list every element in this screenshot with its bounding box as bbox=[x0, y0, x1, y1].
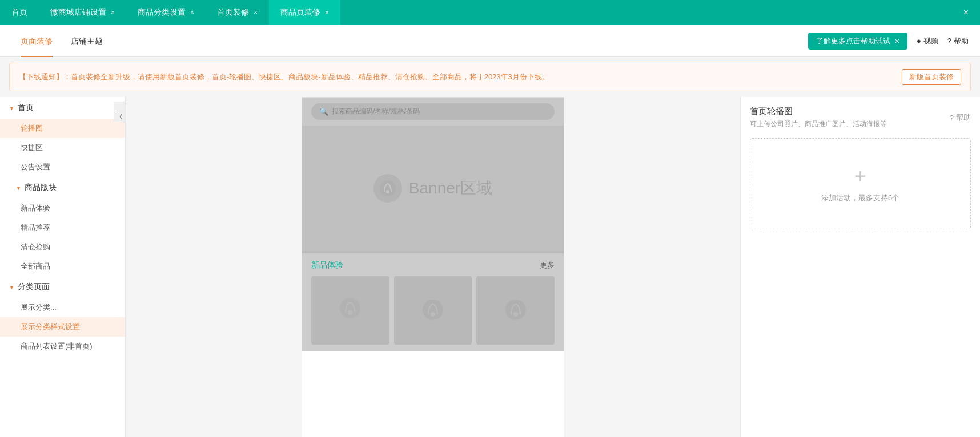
right-panel-title-group: 首页轮播图 可上传公司照片、商品推广图片、活动海报等 bbox=[750, 106, 887, 129]
banner-text: Banner区域 bbox=[409, 177, 492, 199]
search-placeholder: 搜索商品编码/名称/规格/条码 bbox=[332, 107, 420, 116]
right-panel: 首页轮播图 可上传公司照片、商品推广图片、活动海报等 ? 帮助 + 添加活动，最… bbox=[740, 97, 980, 437]
right-panel-header: 首页轮播图 可上传公司照片、商品推广图片、活动海报等 ? 帮助 bbox=[750, 106, 971, 129]
product-section-title: 新品体验 bbox=[311, 260, 343, 270]
add-banner-area[interactable]: + 添加活动，最多支持6个 bbox=[750, 138, 971, 229]
tab-product-decor-close[interactable]: × bbox=[325, 9, 329, 17]
new-version-button[interactable]: 新版首页装修 bbox=[902, 69, 961, 85]
tab-home[interactable]: 首页 bbox=[0, 0, 39, 25]
phone-search-input[interactable]: 🔍 搜索商品编码/名称/规格/条码 bbox=[311, 103, 555, 120]
product-grid bbox=[311, 276, 555, 345]
tab-store-theme[interactable]: 店铺主题 bbox=[62, 25, 112, 57]
sidebar-subgroup-product[interactable]: 商品版块 bbox=[0, 177, 125, 199]
preview-phone: 🔍 搜索商品编码/名称/规格/条码 Banner区域 bbox=[302, 97, 564, 437]
top-tabbar: 首页 微商城店铺设置 × 商品分类设置 × 首页装修 × 商品页装修 × × bbox=[0, 0, 980, 25]
product-section-more: 更多 bbox=[540, 260, 555, 270]
banner-area[interactable]: Banner区域 bbox=[302, 126, 564, 251]
subgroup-product-arrow bbox=[16, 185, 21, 191]
sidebar-group-home[interactable]: 首页 bbox=[0, 97, 125, 119]
notice-text: 【下线通知】：首页装修全新升级，请使用新版首页装修，首页-轮播图、快捷区、商品板… bbox=[19, 72, 893, 82]
right-panel-subtitle: 可上传公司照片、商品推广图片、活动海报等 bbox=[750, 119, 887, 129]
banner-logo-icon bbox=[373, 174, 402, 203]
sidebar-collapse-button[interactable] bbox=[114, 102, 125, 122]
collapse-icon bbox=[117, 112, 123, 112]
sidebar: 首页 轮播图 快捷区 公告设置 商品版块 新品体验 精品推荐 清仓抢购 全部商品 bbox=[0, 97, 126, 437]
tab-home-decor[interactable]: 首页装修 × bbox=[206, 0, 269, 25]
right-panel-title: 首页轮播图 bbox=[750, 106, 887, 117]
help-banner: 了解更多点击帮助试试 × bbox=[808, 33, 907, 50]
sidebar-item-category-style[interactable]: 展示分类样式设置 bbox=[0, 317, 125, 337]
right-panel-help-link[interactable]: ? 帮助 bbox=[950, 112, 971, 123]
sidebar-item-shortcut[interactable]: 快捷区 bbox=[0, 138, 125, 157]
sidebar-item-featured[interactable]: 精品推荐 bbox=[0, 218, 125, 237]
product-icon-3 bbox=[504, 298, 527, 323]
add-banner-text: 添加活动，最多支持6个 bbox=[821, 193, 899, 203]
group-category-arrow bbox=[9, 284, 14, 290]
product-item-3 bbox=[476, 276, 555, 345]
sidebar-item-product-list[interactable]: 商品列表设置(非首页) bbox=[0, 337, 125, 356]
tab-category-settings-close[interactable]: × bbox=[190, 9, 194, 17]
banner-logo: Banner区域 bbox=[373, 174, 492, 203]
video-icon: ● bbox=[917, 37, 921, 45]
tab-home-decor-close[interactable]: × bbox=[254, 9, 258, 17]
header-right-tools: ● 视频 ? 帮助 bbox=[917, 36, 969, 46]
product-item-2 bbox=[394, 276, 472, 345]
phone-search-bar: 🔍 搜索商品编码/名称/规格/条码 bbox=[302, 98, 564, 126]
product-icon-1 bbox=[339, 297, 362, 325]
notice-bar: 【下线通知】：首页装修全新升级，请使用新版首页装修，首页-轮播图、快捷区、商品板… bbox=[9, 63, 971, 91]
search-icon: 🔍 bbox=[319, 107, 328, 116]
tab-store-settings-close[interactable]: × bbox=[111, 9, 115, 17]
svg-point-1 bbox=[386, 190, 389, 193]
svg-point-6 bbox=[505, 300, 526, 320]
svg-point-4 bbox=[423, 300, 443, 320]
help-banner-text: 了解更多点击帮助试试 bbox=[816, 36, 890, 46]
sidebar-item-clearance[interactable]: 清仓抢购 bbox=[0, 237, 125, 257]
product-item-1 bbox=[311, 276, 389, 345]
product-icon-2 bbox=[421, 298, 444, 323]
product-section-header: 新品体验 更多 bbox=[311, 260, 555, 270]
tab-product-decor[interactable]: 商品页装修 × bbox=[269, 0, 340, 25]
product-section: 新品体验 更多 bbox=[302, 251, 564, 351]
group-home-arrow bbox=[9, 105, 14, 111]
right-panel-help-icon: ? bbox=[950, 114, 954, 122]
tab-page-decor[interactable]: 页面装修 bbox=[11, 25, 62, 57]
help-banner-close[interactable]: × bbox=[895, 37, 899, 46]
svg-point-3 bbox=[348, 310, 352, 315]
svg-point-7 bbox=[513, 312, 518, 317]
add-banner-plus-icon: + bbox=[854, 164, 866, 188]
sidebar-group-category[interactable]: 分类页面 bbox=[0, 276, 125, 298]
global-close-button[interactable]: × bbox=[952, 7, 980, 18]
sidebar-item-notice[interactable]: 公告设置 bbox=[0, 157, 125, 177]
sidebar-item-new-experience[interactable]: 新品体验 bbox=[0, 199, 125, 218]
sub-header: 页面装修 店铺主题 了解更多点击帮助试试 × ● 视频 ? 帮助 bbox=[0, 25, 980, 57]
tab-store-settings[interactable]: 微商城店铺设置 × bbox=[39, 0, 126, 25]
sidebar-item-all-products[interactable]: 全部商品 bbox=[0, 257, 125, 276]
center-preview: 🔍 搜索商品编码/名称/规格/条码 Banner区域 bbox=[126, 97, 740, 437]
help-icon: ? bbox=[947, 37, 951, 45]
svg-point-0 bbox=[380, 180, 396, 196]
sidebar-item-carousel[interactable]: 轮播图 bbox=[0, 119, 125, 138]
svg-point-2 bbox=[340, 298, 360, 318]
video-link[interactable]: ● 视频 bbox=[917, 36, 938, 46]
help-link[interactable]: ? 帮助 bbox=[947, 36, 969, 46]
main-layout: 首页 轮播图 快捷区 公告设置 商品版块 新品体验 精品推荐 清仓抢购 全部商品 bbox=[0, 97, 980, 437]
sidebar-item-show-category[interactable]: 展示分类... bbox=[0, 298, 125, 317]
svg-point-5 bbox=[431, 312, 435, 317]
tab-category-settings[interactable]: 商品分类设置 × bbox=[126, 0, 206, 25]
